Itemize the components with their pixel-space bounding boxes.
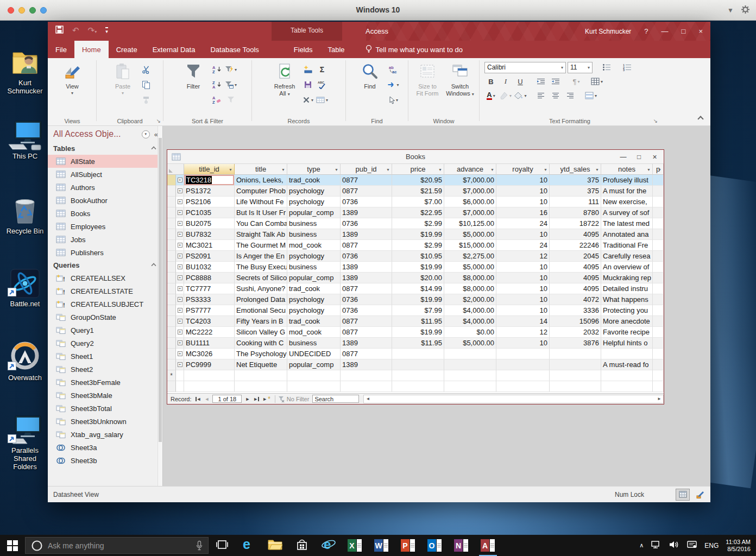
row-selector[interactable]: [167, 283, 176, 294]
scroll-right-icon[interactable]: ►: [656, 396, 663, 401]
table-cell[interactable]: $2.99: [392, 240, 444, 251]
table-cell[interactable]: TC7777: [184, 283, 235, 294]
tab-database-tools[interactable]: Database Tools: [203, 41, 266, 58]
column-header-advance[interactable]: advance▼: [444, 164, 496, 175]
table-cell[interactable]: $19.99: [392, 262, 444, 273]
table-cell[interactable]: The latest med: [601, 218, 653, 229]
sidebar-item-createallsex[interactable]: !CREATEALLSEX: [48, 271, 162, 285]
save-record-icon[interactable]: [301, 79, 314, 91]
expand-cell[interactable]: +: [176, 283, 184, 294]
table-cell[interactable]: $19.99: [392, 327, 444, 338]
table-cell[interactable]: Silicon Valley G: [235, 327, 287, 338]
table-cell[interactable]: 375: [550, 175, 601, 186]
table-cell[interactable]: 4072: [550, 294, 601, 305]
volume-icon[interactable]: [669, 540, 679, 551]
previous-record-button[interactable]: ◄: [204, 396, 209, 402]
expand-row-icon[interactable]: +: [178, 188, 182, 193]
table-cell[interactable]: MC3026: [184, 349, 235, 359]
table-cell[interactable]: 0877: [341, 175, 392, 186]
table-cell[interactable]: 0877: [341, 283, 392, 294]
table-cell[interactable]: 0736: [341, 197, 392, 207]
row-selector[interactable]: [167, 327, 176, 338]
view-button[interactable]: View▾: [56, 60, 88, 112]
table-cell[interactable]: The Busy Execu: [235, 262, 287, 273]
table-cell[interactable]: 1389: [341, 359, 392, 370]
table-cell[interactable]: Sushi, Anyone?: [235, 283, 287, 294]
table-cell[interactable]: 4095: [550, 262, 601, 273]
taskbar-excel-button[interactable]: X: [342, 535, 368, 556]
sidebar-item-books[interactable]: Books: [48, 207, 162, 220]
table-cell[interactable]: 10: [496, 175, 550, 186]
record-search-input[interactable]: Search: [312, 395, 359, 403]
table-cell[interactable]: $7.00: [392, 197, 444, 207]
expand-row-icon[interactable]: +: [178, 340, 182, 345]
table-cell[interactable]: Profusely illust: [601, 175, 653, 186]
cortana-search-box[interactable]: Ask me anything: [25, 537, 209, 554]
taskbar-outlook-button[interactable]: O: [421, 535, 448, 556]
expand-cell[interactable]: +: [176, 305, 184, 316]
table-cell[interactable]: [444, 349, 496, 359]
desktop-icon-kurt-schmucker[interactable]: Kurt Schmucker: [2, 45, 48, 96]
table-cell[interactable]: 15096: [550, 316, 601, 327]
table-cell[interactable]: [392, 359, 444, 370]
table-cell[interactable]: 0877: [341, 186, 392, 197]
table-cell[interactable]: 0736: [341, 218, 392, 229]
table-cell[interactable]: TC4203: [184, 316, 235, 327]
table-cell[interactable]: Favorite recipe: [601, 327, 653, 338]
table-cell[interactable]: [653, 207, 664, 218]
table-cell[interactable]: psychology: [287, 251, 341, 262]
italic-button[interactable]: I: [499, 75, 512, 87]
table-cell[interactable]: MC3021: [184, 240, 235, 251]
sidebar-item-sheet3bunknown[interactable]: Sheet3bUnknown: [48, 415, 162, 428]
table-cell[interactable]: 0877: [341, 349, 392, 359]
table-cell[interactable]: PS2106: [184, 197, 235, 207]
desktop-icon-recycle-bin[interactable]: Recycle Bin: [2, 193, 48, 236]
table-cell[interactable]: PC8888: [184, 273, 235, 283]
table-cell[interactable]: [496, 370, 550, 381]
table-cell[interactable]: $0.00: [444, 327, 496, 338]
paragraph-direction-button[interactable]: ¶▾: [570, 75, 583, 87]
expand-cell[interactable]: +: [176, 316, 184, 327]
refresh-all-button[interactable]: RefreshAll ▾: [269, 60, 300, 112]
table-cell[interactable]: [392, 370, 444, 381]
table-cell[interactable]: trad_cook: [287, 283, 341, 294]
sidebar-item-bookauthor[interactable]: BookAuthor: [48, 194, 162, 207]
font-size-select[interactable]: 11▾: [568, 62, 593, 73]
selection-filter-icon[interactable]: ▾: [224, 64, 237, 75]
row-selector[interactable]: [167, 240, 176, 251]
table-cell[interactable]: 10: [496, 305, 550, 316]
column-header-type[interactable]: type▼: [287, 164, 341, 175]
sidebar-item-jobs[interactable]: Jobs: [48, 233, 162, 246]
table-cell[interactable]: Secrets of Silico: [235, 273, 287, 283]
expand-row-icon[interactable]: +: [178, 199, 182, 204]
table-cell[interactable]: [184, 381, 235, 392]
table-cell[interactable]: UNDECIDED: [287, 349, 341, 359]
expand-row-icon[interactable]: +: [178, 297, 182, 302]
table-cell[interactable]: $8,000.00: [444, 283, 496, 294]
table-cell[interactable]: [653, 381, 664, 392]
table-cell[interactable]: $2,275.00: [444, 251, 496, 262]
numbering-icon[interactable]: 123: [621, 61, 634, 73]
table-cell[interactable]: A must for the: [601, 186, 653, 197]
align-left-icon[interactable]: [534, 90, 547, 102]
expand-cell[interactable]: +: [176, 273, 184, 283]
expand-row-icon[interactable]: +: [178, 330, 182, 334]
table-cell[interactable]: More anecdote: [601, 316, 653, 327]
table-cell[interactable]: 12: [496, 327, 550, 338]
table-cell[interactable]: New exercise,: [601, 197, 653, 207]
table-cell[interactable]: trad_cook: [287, 175, 341, 186]
table-cell[interactable]: $22.95: [392, 207, 444, 218]
table-cell[interactable]: [184, 370, 235, 381]
table-cell[interactable]: psychology: [287, 186, 341, 197]
expand-cell[interactable]: +: [176, 294, 184, 305]
expand-row-icon[interactable]: +: [178, 319, 182, 324]
datasheet-view-button[interactable]: [676, 489, 690, 501]
expand-row-icon[interactable]: +: [178, 221, 182, 226]
table-cell[interactable]: 2032: [550, 327, 601, 338]
table-cell[interactable]: $20.95: [392, 175, 444, 186]
network-icon[interactable]: [651, 540, 662, 551]
nav-section-tables[interactable]: Tables: [48, 142, 162, 155]
tab-table[interactable]: Table: [320, 41, 352, 58]
table-cell[interactable]: [601, 381, 653, 392]
table-cell[interactable]: 10: [496, 294, 550, 305]
